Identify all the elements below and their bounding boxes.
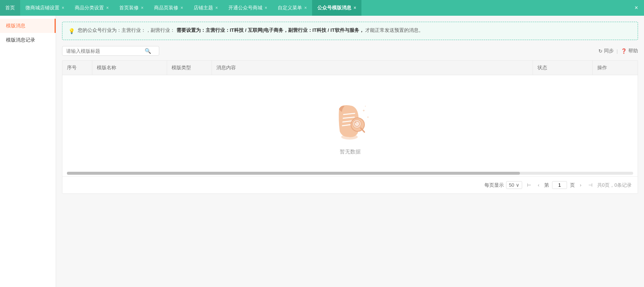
- close-product-page-icon[interactable]: ×: [181, 5, 183, 10]
- notice-highlight: 需要设置为：主营行业：IT科技 / 互联网|电子商务，副营行业：IT科技 / I…: [176, 27, 364, 33]
- svg-text:✦: ✦: [362, 109, 365, 113]
- nav-label-product-page: 商品页装修: [154, 4, 178, 11]
- empty-text: 暂无数据: [340, 149, 361, 155]
- close-product-category-icon[interactable]: ×: [106, 5, 109, 10]
- search-input[interactable]: [66, 48, 145, 54]
- help-button[interactable]: ❓ 帮助: [621, 48, 638, 54]
- close-wechat-shop-icon[interactable]: ×: [62, 5, 64, 10]
- page-label-post: 页: [570, 182, 575, 189]
- close-custom-menu-icon[interactable]: ×: [304, 5, 307, 10]
- nav-label-custom-menu: 自定义菜单: [278, 4, 302, 11]
- nav-label-home-decor: 首页装修: [119, 4, 139, 11]
- nav-item-home-decor[interactable]: 首页装修 ×: [114, 0, 149, 16]
- sidebar-item-template-message-log[interactable]: 模版消息记录: [0, 33, 56, 47]
- sync-label: 同步: [604, 48, 614, 54]
- svg-text:✦: ✦: [364, 105, 366, 107]
- page-size-label: 每页显示: [484, 182, 504, 189]
- page-size-value: 50: [509, 182, 514, 188]
- nav-item-product-category[interactable]: 商品分类设置 ×: [70, 0, 114, 16]
- next-page-button[interactable]: ›: [578, 181, 583, 189]
- help-label: 帮助: [628, 48, 638, 54]
- search-bar: 🔍 ↻ 同步 | ❓ 帮助: [62, 46, 638, 56]
- nav-label-home: 首页: [5, 4, 15, 11]
- sidebar-item-template-message[interactable]: 模版消息: [0, 19, 56, 33]
- page-number-input[interactable]: [552, 181, 567, 189]
- notice-suffix: 才能正常发送预置的消息。: [365, 27, 423, 33]
- col-header-index: 序号: [62, 61, 92, 75]
- sidebar-label-template-message-log: 模版消息记录: [6, 37, 35, 43]
- nav-item-custom-menu[interactable]: 自定义菜单 ×: [272, 0, 312, 16]
- sync-button[interactable]: ↻ 同步: [598, 48, 614, 54]
- nav-item-template-msg[interactable]: 公众号模版消息 ×: [312, 0, 361, 16]
- first-page-button[interactable]: ⊢: [525, 181, 533, 189]
- nav-label-template-msg: 公众号模版消息: [317, 4, 351, 11]
- empty-illustration: ✦ ✦ ✦: [328, 98, 373, 143]
- empty-state: ✦ ✦ ✦ 暂无数据: [62, 75, 638, 170]
- notice-prefix: 您的公众号行业为：主营行业：，副营行业：: [78, 27, 175, 33]
- global-close-icon: ×: [635, 4, 638, 11]
- chevron-down-icon: ∨: [516, 182, 520, 188]
- col-label-type: 模版类型: [172, 65, 191, 70]
- pagination: 每页显示 50 ∨ ⊢ ‹ 第 页 › ⊣ 共0页，0条记录: [62, 176, 638, 193]
- sync-icon: ↻: [598, 48, 603, 54]
- close-shop-theme-icon[interactable]: ×: [215, 5, 218, 10]
- notice-text: 您的公众号行业为：主营行业：，副营行业： 需要设置为：主营行业：IT科技 / 互…: [78, 27, 423, 34]
- col-label-content: 消息内容: [216, 65, 236, 70]
- nav-label-shop-theme: 店铺主题: [194, 4, 213, 11]
- scrollbar-thumb[interactable]: [67, 172, 520, 175]
- prev-page-button[interactable]: ‹: [536, 181, 541, 189]
- top-nav: 首页 微商城店铺设置 × 商品分类设置 × 首页装修 × 商品页装修 × 店铺主…: [0, 0, 644, 16]
- svg-text:✦: ✦: [367, 116, 369, 119]
- nav-item-home[interactable]: 首页: [0, 0, 20, 16]
- col-label-status: 状态: [537, 65, 547, 70]
- col-header-type: 模版类型: [167, 61, 212, 75]
- page-size-dropdown[interactable]: 50 ∨: [506, 181, 522, 189]
- nav-item-open-wechat-mall[interactable]: 开通公众号商城 ×: [223, 0, 272, 16]
- nav-item-shop-theme[interactable]: 店铺主题 ×: [188, 0, 223, 16]
- main-layout: 模版消息 模版消息记录 💡 您的公众号行业为：主营行业：，副营行业： 需要设置为…: [0, 16, 644, 287]
- col-header-content: 消息内容: [212, 61, 533, 75]
- search-actions: ↻ 同步 | ❓ 帮助: [598, 48, 638, 54]
- nav-item-product-page[interactable]: 商品页装修 ×: [149, 0, 188, 16]
- horizontal-scrollbar[interactable]: [67, 172, 633, 175]
- sidebar-label-template-message: 模版消息: [6, 23, 25, 28]
- nav-label-open-wechat-mall: 开通公众号商城: [228, 4, 262, 11]
- sidebar: 模版消息 模版消息记录: [0, 16, 56, 287]
- global-close-button[interactable]: ×: [629, 0, 644, 16]
- col-label-action: 操作: [597, 65, 607, 70]
- page-label-pre: 第: [544, 182, 549, 189]
- help-icon: ❓: [621, 48, 627, 54]
- page-total-label: 共0页，0条记录: [597, 182, 632, 189]
- close-home-decor-icon[interactable]: ×: [141, 5, 144, 10]
- nav-label-product-category: 商品分类设置: [75, 4, 104, 11]
- page-size-select: 每页显示 50 ∨: [484, 181, 522, 189]
- col-label-index: 序号: [67, 65, 77, 70]
- actions-divider: |: [617, 48, 618, 54]
- notice-box: 💡 您的公众号行业为：主营行业：，副营行业： 需要设置为：主营行业：IT科技 /…: [62, 22, 638, 40]
- col-header-action: 操作: [593, 61, 638, 75]
- last-page-button[interactable]: ⊣: [586, 181, 594, 189]
- table-header: 序号 模版名称 模版类型 消息内容 状态 操作: [62, 61, 638, 75]
- nav-label-wechat-shop: 微商城店铺设置: [25, 4, 59, 11]
- col-label-name: 模版名称: [97, 65, 116, 70]
- col-header-status: 状态: [533, 61, 593, 75]
- search-icon[interactable]: 🔍: [145, 48, 151, 54]
- data-table: 序号 模版名称 模版类型 消息内容 状态 操作: [62, 60, 638, 194]
- close-template-msg-icon[interactable]: ×: [354, 5, 356, 10]
- main-content: 💡 您的公众号行业为：主营行业：，副营行业： 需要设置为：主营行业：IT科技 /…: [56, 16, 644, 287]
- col-header-name: 模版名称: [92, 61, 167, 75]
- close-open-wechat-mall-icon[interactable]: ×: [265, 5, 267, 10]
- notice-bulb-icon: 💡: [68, 27, 75, 35]
- search-input-wrap: 🔍: [62, 46, 159, 56]
- nav-item-wechat-shop[interactable]: 微商城店铺设置 ×: [20, 0, 70, 16]
